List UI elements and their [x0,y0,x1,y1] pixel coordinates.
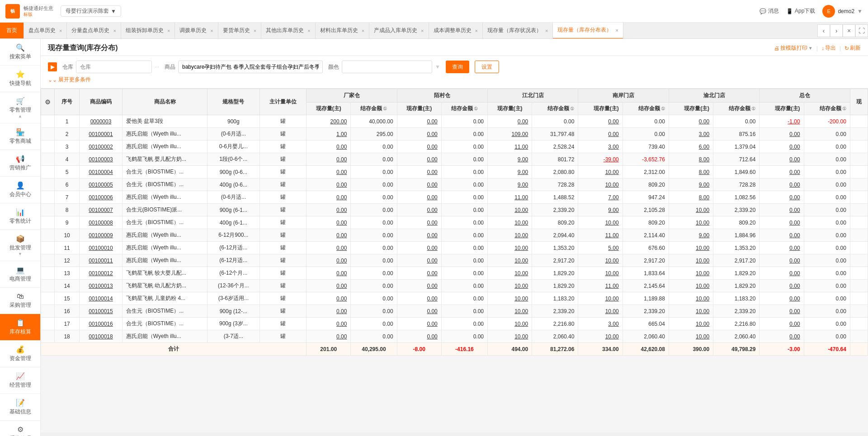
close-icon[interactable]: × [210,28,213,33]
cell-yubei-qty[interactable]: 10.00 [669,280,713,292]
horizontal-scrollbar[interactable] [41,432,868,436]
cell-chanjia-qty[interactable]: 0.00 [307,216,351,229]
cell-chanjia-qty[interactable]: 0.00 [307,254,351,267]
close-icon[interactable]: × [615,28,618,33]
sidebar-item-basics[interactable]: 📝 基础信息 [0,394,40,421]
cell-chanjia-qty[interactable]: 0.00 [307,267,351,280]
cell-nanan-qty[interactable]: 0.00 [578,115,623,128]
cell-nanan-qty[interactable]: 11.00 [578,280,623,292]
cell-yubei-qty[interactable]: 10.00 [669,318,713,330]
cell-yubei-qty[interactable]: 9.00 [669,178,713,191]
export-btn[interactable]: ↓ 导出 [821,44,836,52]
cell-yubei-qty[interactable]: 10.00 [669,204,713,216]
cell-code[interactable]: 00100013 [80,280,123,292]
cell-code[interactable]: 00100004 [80,166,123,178]
cell-zong-qty[interactable]: 0.00 [760,280,804,292]
close-icon[interactable]: × [545,28,548,33]
tab-7[interactable]: 材料出库单历史 × [316,23,369,39]
tab-1[interactable]: 盘点单历史 × [24,23,67,39]
tab-6[interactable]: 其他出库单历史 × [261,23,315,39]
cell-jiangbei-qty[interactable]: 11.00 [488,141,532,153]
col-settings[interactable]: ⚙ [41,89,55,115]
cell-jiangbei-qty[interactable]: 10.00 [488,292,532,305]
cell-nanan-qty[interactable]: -39.00 [578,153,623,166]
sidebar-item-wholesale[interactable]: 📦 批发管理 ▼ [0,230,40,261]
info-icon[interactable]: ① [383,106,387,111]
cell-code[interactable]: 00100015 [80,305,123,318]
cell-jiangbei-qty[interactable]: 109.00 [488,128,532,141]
cell-zong-qty[interactable]: 0.00 [760,141,804,153]
sidebar-item-retail-mgmt[interactable]: 🛒 零售管理 ▲ [0,92,40,123]
cell-nanan-qty[interactable]: 10.00 [578,292,623,305]
toggle-filter-btn[interactable]: ▶ [48,62,57,71]
cell-jiangbei-qty[interactable]: 10.00 [488,242,532,254]
cell-code[interactable]: 00100007 [80,204,123,216]
cell-zong-qty[interactable]: 0.00 [760,305,804,318]
close-icon[interactable]: × [59,28,62,33]
cell-nanan-qty[interactable]: 9.00 [578,204,623,216]
app-download-btn[interactable]: 📱 App下载 [786,7,815,15]
cell-zong-qty[interactable]: 0.00 [760,254,804,267]
close-icon[interactable]: × [307,28,310,33]
cell-mocun-qty[interactable]: 0.00 [397,153,441,166]
cell-zong-qty[interactable]: 0.00 [760,153,804,166]
cell-code[interactable]: 00100011 [80,254,123,267]
sidebar-item-inventory[interactable]: 📋 库存核算 [0,314,40,341]
cell-chanjia-qty[interactable]: 0.00 [307,166,351,178]
cell-mocun-qty[interactable]: 0.00 [397,191,441,204]
cell-code[interactable]: 00100008 [80,216,123,229]
sidebar-item-retail-stats[interactable]: 📊 零售统计 [0,203,40,230]
cell-zong-qty[interactable]: 0.00 [760,191,804,204]
cell-jiangbei-qty[interactable]: 9.00 [488,178,532,191]
search-btn[interactable]: 查询 [446,61,469,73]
tab-8[interactable]: 产成品入库单历史 × [369,23,429,39]
cell-mocun-qty[interactable]: 0.00 [397,178,441,191]
cell-jiangbei-qty[interactable]: 10.00 [488,280,532,292]
cell-chanjia-qty[interactable]: 0.00 [307,229,351,242]
info-icon[interactable]: ① [751,106,755,111]
cell-mocun-qty[interactable]: 0.00 [397,305,441,318]
cell-zong-qty[interactable]: 0.00 [760,178,804,191]
org-dropdown[interactable]: 母婴行业演示陈套 ▼ [61,5,121,17]
cell-chanjia-qty[interactable]: 0.00 [307,178,351,191]
close-icon[interactable]: × [475,28,478,33]
tab-10[interactable]: 现存量（库存状况表） × [483,23,553,39]
cell-nanan-qty[interactable]: 10.00 [578,178,623,191]
cell-zong-qty[interactable]: 0.00 [760,128,804,141]
cell-mocun-qty[interactable]: 0.00 [397,141,441,153]
cell-zong-qty[interactable]: 0.00 [760,166,804,178]
print-btn[interactable]: 🖨 按模版打印 ▼ [774,44,813,52]
cell-mocun-qty[interactable]: 0.00 [397,115,441,128]
cell-yubei-qty[interactable]: 10.00 [669,242,713,254]
tab-expand-btn[interactable]: ⛶ [855,24,868,37]
cell-code[interactable]: 00100006 [80,191,123,204]
cell-yubei-qty[interactable]: 10.00 [669,216,713,229]
cell-nanan-qty[interactable]: 10.00 [578,254,623,267]
ellipsis-btn[interactable]: ··· [155,64,159,70]
sidebar-item-quick[interactable]: ⭐ 快捷导航 [0,66,40,92]
info-icon[interactable]: ① [570,106,574,111]
cell-chanjia-qty[interactable]: 0.00 [307,153,351,166]
refresh-btn[interactable]: ↻ 刷新 [844,44,861,52]
cell-yubei-qty[interactable]: 10.00 [669,292,713,305]
sidebar-item-marketing[interactable]: 📢 营销推广 [0,150,40,177]
expand-more-btn[interactable]: ⌄⌄ 展开更多条件 [48,76,861,84]
cell-chanjia-qty[interactable]: 0.00 [307,292,351,305]
cell-chanjia-qty[interactable]: 1.00 [307,128,351,141]
cell-mocun-qty[interactable]: 0.00 [397,242,441,254]
settings-btn[interactable]: 设置 [475,61,499,73]
cell-yubei-qty[interactable]: 8.00 [669,166,713,178]
cell-code[interactable]: 00100002 [80,141,123,153]
cell-nanan-qty[interactable]: 3.00 [578,141,623,153]
cell-code[interactable]: 00100005 [80,178,123,191]
cell-mocun-qty[interactable]: 0.00 [397,229,441,242]
cell-yubei-qty[interactable]: 6.00 [669,141,713,153]
cell-jiangbei-qty[interactable]: 10.00 [488,267,532,280]
product-input[interactable] [178,61,323,73]
cell-zong-qty[interactable]: 0.00 [760,292,804,305]
close-icon[interactable]: × [254,28,256,33]
cell-nanan-qty[interactable]: 10.00 [578,267,623,280]
cell-zong-qty[interactable]: 0.00 [760,318,804,330]
cell-mocun-qty[interactable]: 0.00 [397,318,441,330]
cell-yubei-qty[interactable]: 10.00 [669,267,713,280]
